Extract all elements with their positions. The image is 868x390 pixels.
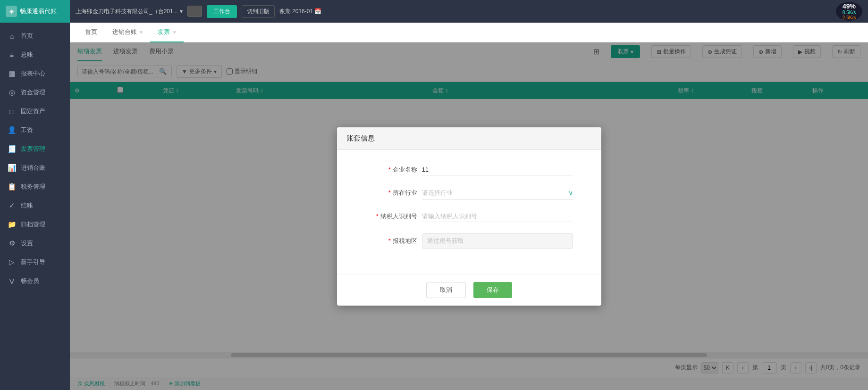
sidebar-item-reports[interactable]: ▦ 报表中心	[0, 64, 70, 83]
tax-region-display: 通过税号获取	[422, 233, 573, 249]
sidebar-item-finance[interactable]: ◎ 资金管理	[0, 83, 70, 102]
tax-region-row: * 报税地区 通过税号获取	[365, 233, 573, 249]
sidebar-item-label: 结账	[21, 201, 33, 210]
industry-label: * 所在行业	[365, 189, 417, 197]
invoice-icon: 🧾	[8, 145, 16, 153]
industry-row: * 所在行业 请选择行业 ∨	[365, 187, 573, 199]
tax-region-label: * 报税地区	[365, 237, 417, 245]
calendar-icon[interactable]: 📅	[314, 8, 321, 15]
sidebar-item-label: 固定资产	[21, 107, 45, 116]
sidebar-item-label: 归档管理	[21, 220, 45, 229]
sidebar-item-purchase[interactable]: 📊 进销台账	[0, 158, 70, 177]
sidebar-item-invoice[interactable]: 🧾 发票管理	[0, 140, 70, 158]
settle-icon: ✓	[8, 201, 16, 210]
tax-icon: 📋	[8, 183, 16, 191]
company-dropdown-icon: ▾	[180, 8, 183, 15]
copy-icon: ⧉	[193, 8, 197, 15]
app-logo: ◈ 畅康通易代账	[0, 0, 70, 23]
sidebar-item-label: 工资	[21, 126, 33, 134]
period-label: 账期 2016-01 📅	[279, 8, 322, 16]
sidebar-item-assets[interactable]: □ 固定资产	[0, 102, 70, 121]
sidebar-item-guide[interactable]: ▷ 新手引导	[0, 253, 70, 272]
member-icon: V	[8, 277, 16, 285]
modal-title: 账套信息	[337, 127, 601, 150]
logo-text: 畅康通易代账	[20, 7, 57, 16]
speed-indicator: 49% 8.5K/s 2.6K/s	[836, 2, 862, 21]
account-info-modal: 账套信息 * 企业名称 * 所在行业	[337, 127, 601, 306]
archive-icon: 📁	[8, 220, 16, 229]
tab-invoice[interactable]: 发票 ×	[150, 23, 183, 42]
content-area: 销项发票 进项发票 费用小票 ⊞ 取票 ▾ ⊞ 批量操作	[70, 42, 868, 390]
sidebar-item-label: 报表中心	[21, 69, 45, 78]
sidebar-item-label: 新手引导	[21, 258, 45, 266]
tab-purchase[interactable]: 进销台账 ×	[105, 23, 150, 42]
sidebar-item-label: 进销台账	[21, 164, 45, 172]
sidebar-item-label: 税务管理	[21, 183, 45, 191]
tax-id-label: * 纳税人识别号	[365, 212, 417, 221]
finance-icon: ◎	[8, 88, 16, 97]
main-content: 上海卯金刀电子科技有限公司_（台201... ▾ ⧉ 工作台 切到旧版 账期 2…	[70, 0, 868, 390]
sidebar-item-label: 首页	[21, 32, 33, 40]
tab-home-label: 首页	[85, 28, 97, 36]
tab-bar: 首页 进销台账 × 发票 ×	[70, 23, 868, 42]
sidebar-item-label: 畅会员	[21, 277, 39, 285]
industry-placeholder: 请选择行业	[422, 189, 568, 197]
logo-icon: ◈	[6, 6, 17, 17]
sidebar-item-label: 发票管理	[21, 145, 45, 153]
tab-purchase-label: 进销台账	[112, 28, 137, 36]
sidebar-item-label: 设置	[21, 239, 33, 248]
workbench-button[interactable]: 工作台	[207, 5, 237, 18]
sidebar-item-member[interactable]: V 畅会员	[0, 272, 70, 290]
save-button[interactable]: 保存	[473, 282, 512, 298]
settings-icon: ⚙	[8, 239, 16, 248]
old-version-button[interactable]: 切到旧版	[242, 5, 275, 18]
company-name-label: * 企业名称	[365, 166, 417, 174]
company-name: 上海卯金刀电子科技有限公司_（台201...	[76, 8, 178, 16]
sidebar-item-label: 资金管理	[21, 88, 45, 97]
sidebar-item-settings[interactable]: ⚙ 设置	[0, 234, 70, 253]
copy-button[interactable]: ⧉	[187, 6, 202, 17]
tab-home[interactable]: 首页	[77, 23, 105, 42]
topbar: 上海卯金刀电子科技有限公司_（台201... ▾ ⧉ 工作台 切到旧版 账期 2…	[70, 0, 868, 23]
download-speed: 2.6K/s	[843, 15, 856, 20]
sidebar-item-label: 总账	[21, 50, 33, 59]
sidebar-item-salary[interactable]: 👤 工资	[0, 121, 70, 140]
tab-purchase-close[interactable]: ×	[140, 29, 143, 35]
company-name-input[interactable]	[422, 164, 573, 175]
industry-dropdown-icon: ∨	[568, 189, 573, 197]
sidebar-item-home[interactable]: ⌂ 首页	[0, 26, 70, 45]
cancel-button[interactable]: 取消	[426, 282, 466, 298]
modal-overlay: 账套信息 * 企业名称 * 所在行业	[70, 42, 868, 390]
ledger-icon: ≡	[8, 51, 16, 59]
tax-id-row: * 纳税人识别号	[365, 211, 573, 222]
guide-icon: ▷	[8, 258, 16, 266]
tax-id-input[interactable]	[422, 211, 573, 222]
sidebar-item-archive[interactable]: 📁 归档管理	[0, 215, 70, 234]
tab-invoice-label: 发票	[158, 28, 170, 36]
modal-footer: 取消 保存	[337, 274, 601, 306]
assets-icon: □	[8, 108, 16, 116]
salary-icon: 👤	[8, 126, 16, 134]
company-name-row: * 企业名称	[365, 164, 573, 175]
sidebar-item-ledger[interactable]: ≡ 总账	[0, 45, 70, 64]
reports-icon: ▦	[8, 69, 16, 78]
home-icon: ⌂	[8, 32, 16, 40]
speed-percent: 49%	[843, 2, 856, 10]
upload-speed: 8.5K/s	[843, 10, 856, 15]
tab-invoice-close[interactable]: ×	[173, 29, 176, 35]
sidebar-item-settle[interactable]: ✓ 结账	[0, 196, 70, 215]
sidebar-nav: ⌂ 首页 ≡ 总账 ▦ 报表中心 ◎ 资金管理 □ 固定资产 👤 工资	[0, 23, 70, 390]
sidebar: ◈ 畅康通易代账 ⌂ 首页 ≡ 总账 ▦ 报表中心 ◎ 资金管理 □	[0, 0, 70, 390]
purchase-icon: 📊	[8, 164, 16, 172]
sidebar-item-tax[interactable]: 📋 税务管理	[0, 177, 70, 196]
modal-body: * 企业名称 * 所在行业 请选择行业	[337, 150, 601, 274]
company-selector[interactable]: 上海卯金刀电子科技有限公司_（台201... ▾	[76, 8, 183, 16]
industry-select[interactable]: 请选择行业 ∨	[422, 187, 573, 199]
